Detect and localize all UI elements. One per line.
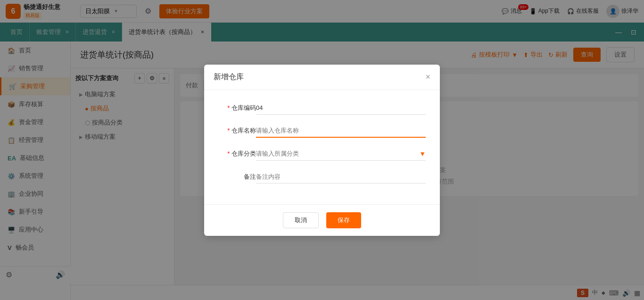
warehouse-code-input[interactable] <box>256 101 426 115</box>
required-star-name: * <box>227 127 230 134</box>
required-star-code: * <box>227 104 230 111</box>
form-row-code: * 仓库编码 <box>218 101 426 115</box>
modal-header: 新增仓库 × <box>204 65 440 90</box>
modal-close-button[interactable]: × <box>425 72 430 82</box>
modal-title: 新增仓库 <box>214 72 244 82</box>
warehouse-category-select[interactable]: ▼ <box>256 147 426 161</box>
modal-overlay[interactable]: 新增仓库 × * 仓库编码 * 仓库名称 <box>0 0 644 300</box>
form-row-name: * 仓库名称 <box>218 124 426 138</box>
warehouse-category-input[interactable] <box>256 150 419 157</box>
form-label-code: * 仓库编码 <box>218 104 256 112</box>
modal-body: * 仓库编码 * 仓库名称 * 仓库分类 <box>204 90 440 204</box>
form-label-name: * 仓库名称 <box>218 126 256 135</box>
form-label-category: * 仓库分类 <box>218 150 256 158</box>
warehouse-remark-input[interactable] <box>256 170 426 183</box>
form-label-remark: 备注 <box>218 173 256 181</box>
select-dropdown-icon: ▼ <box>419 150 426 158</box>
required-star-category: * <box>227 150 230 157</box>
form-row-remark: 备注 <box>218 170 426 183</box>
modal-dialog: 新增仓库 × * 仓库编码 * 仓库名称 <box>204 65 440 236</box>
warehouse-name-input[interactable] <box>256 124 426 138</box>
form-row-category: * 仓库分类 ▼ <box>218 147 426 161</box>
modal-footer: 取消 保存 <box>204 204 440 236</box>
cancel-button[interactable]: 取消 <box>283 212 319 228</box>
save-button[interactable]: 保存 <box>326 212 361 228</box>
